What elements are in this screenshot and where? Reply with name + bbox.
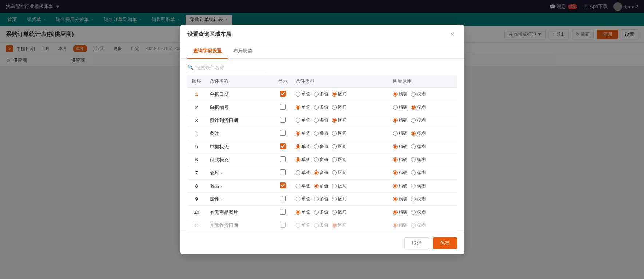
search-icon: 🔍 bbox=[187, 64, 194, 66]
dialog-overlay: 设置查询区域布局 × 查询字段设置 布局调整 🔍 顺序 bbox=[0, 0, 644, 66]
dialog-search-area: 🔍 bbox=[180, 59, 464, 66]
dialog-close-btn[interactable]: × bbox=[448, 30, 457, 39]
dialog-header: 设置查询区域布局 × bbox=[180, 25, 464, 44]
dialog-tabs: 查询字段设置 布局调整 bbox=[180, 44, 464, 59]
search-input-wrap: 🔍 bbox=[187, 63, 268, 66]
dialog-title: 设置查询区域布局 bbox=[187, 31, 231, 38]
settings-dialog: 设置查询区域布局 × 查询字段设置 布局调整 🔍 顺序 bbox=[180, 25, 464, 66]
search-input[interactable] bbox=[196, 65, 261, 67]
tab-layout-adjust[interactable]: 布局调整 bbox=[228, 44, 258, 59]
tab-query-fields[interactable]: 查询字段设置 bbox=[187, 44, 228, 59]
